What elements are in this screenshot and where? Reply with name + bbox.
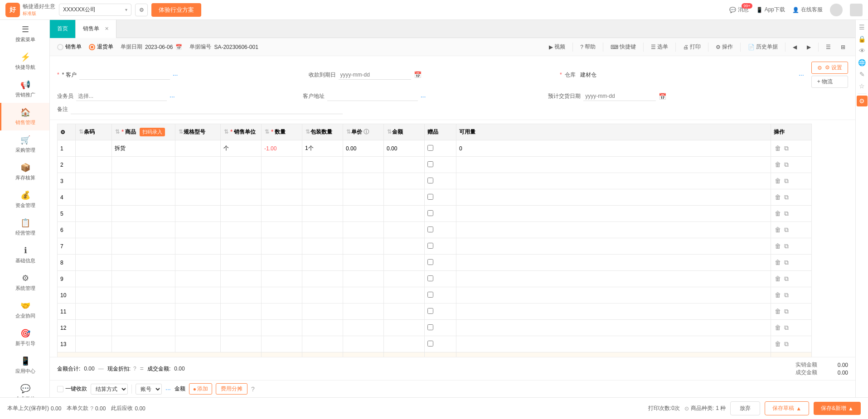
product-input[interactable]: [115, 308, 172, 315]
sidebar-item-wechat[interactable]: 💬 企业微信: [0, 379, 49, 397]
spec-input[interactable]: [178, 145, 218, 152]
select-doc-btn[interactable]: ☰ 选单: [648, 42, 671, 52]
row-barcode[interactable]: [76, 238, 112, 255]
row-quantity[interactable]: [262, 238, 302, 255]
unit-input[interactable]: [223, 162, 258, 168]
unit-price-input[interactable]: [346, 308, 381, 315]
customer-addr-dots-icon[interactable]: ···: [421, 93, 426, 100]
row-amount[interactable]: [384, 255, 425, 271]
row-barcode[interactable]: [76, 222, 112, 238]
single-debt-info-icon[interactable]: ?: [90, 405, 93, 412]
pack-qty-input[interactable]: [305, 178, 340, 184]
unit-input[interactable]: [223, 325, 258, 331]
row-pack-qty[interactable]: [302, 238, 343, 255]
row-quantity[interactable]: [262, 157, 302, 173]
amount-input[interactable]: [387, 341, 422, 347]
row-gift[interactable]: [425, 173, 456, 189]
row-product[interactable]: [112, 336, 175, 352]
row-amount[interactable]: [384, 206, 425, 222]
salesman-input[interactable]: [76, 92, 167, 101]
row-unit[interactable]: [221, 238, 262, 255]
right-panel-edit-icon[interactable]: ✎: [857, 69, 868, 80]
row-gift[interactable]: [425, 157, 456, 173]
copy-row-icon[interactable]: ⧉: [784, 177, 789, 184]
row-gift[interactable]: [425, 189, 456, 206]
unit-input[interactable]: [223, 211, 258, 217]
salesman-dots-icon[interactable]: ···: [170, 93, 175, 100]
add-payment-btn[interactable]: ● 添加: [189, 383, 212, 395]
delete-row-icon[interactable]: 🗑: [775, 193, 781, 201]
barcode-input[interactable]: [78, 211, 109, 217]
row-gift[interactable]: [425, 238, 456, 255]
row-product[interactable]: [112, 271, 175, 287]
amount-input[interactable]: [387, 211, 422, 217]
delete-row-icon[interactable]: 🗑: [775, 291, 781, 299]
unit-price-input[interactable]: [346, 243, 381, 250]
row-amount[interactable]: [384, 238, 425, 255]
row-quantity[interactable]: [262, 222, 302, 238]
sidebar-item-search[interactable]: ☰ 搜索菜单: [0, 20, 49, 48]
sidebar-item-purchase[interactable]: 🛒 采购管理: [0, 130, 49, 158]
barcode-input[interactable]: [78, 194, 109, 201]
row-unit[interactable]: [221, 189, 262, 206]
row-unit[interactable]: [221, 271, 262, 287]
pack-qty-input[interactable]: [305, 243, 340, 250]
row-unit-price[interactable]: [343, 140, 384, 157]
copy-row-icon[interactable]: ⧉: [784, 161, 789, 168]
unit-price-input[interactable]: [346, 211, 381, 217]
video-btn[interactable]: ▶ 视频: [546, 42, 568, 52]
product-input[interactable]: [115, 341, 172, 347]
radio-return[interactable]: 退货单: [89, 43, 113, 51]
pack-qty-input[interactable]: [305, 162, 340, 168]
row-gift[interactable]: [425, 320, 456, 336]
amount-input[interactable]: [387, 260, 422, 266]
row-unit-price[interactable]: [343, 287, 384, 303]
save-draft-btn[interactable]: 保存草稿 ▲: [765, 401, 809, 415]
row-unit-price[interactable]: [343, 238, 384, 255]
radio-sale[interactable]: 销售单: [57, 43, 82, 51]
barcode-input[interactable]: [78, 145, 109, 152]
row-unit[interactable]: [221, 206, 262, 222]
product-input[interactable]: [115, 260, 172, 266]
product-input[interactable]: [115, 227, 172, 233]
row-spec[interactable]: [175, 206, 221, 222]
pack-qty-input[interactable]: [305, 276, 340, 282]
spec-input[interactable]: [178, 227, 218, 233]
unit-input[interactable]: [223, 260, 258, 266]
quantity-input[interactable]: [264, 325, 299, 331]
row-gift[interactable]: [425, 271, 456, 287]
barcode-input[interactable]: [78, 162, 109, 168]
row-amount[interactable]: [384, 140, 425, 157]
operations-btn[interactable]: ⚙ 操作: [713, 42, 736, 52]
unit-price-input[interactable]: [346, 260, 381, 266]
unit-input[interactable]: [223, 178, 258, 184]
price-info-icon[interactable]: ⓘ: [364, 129, 369, 135]
row-quantity[interactable]: [262, 336, 302, 352]
row-product[interactable]: [112, 157, 175, 173]
unit-price-input[interactable]: [346, 162, 381, 168]
pack-qty-input[interactable]: [305, 325, 340, 331]
quantity-input[interactable]: [264, 211, 299, 217]
delete-row-icon[interactable]: 🗑: [775, 340, 781, 347]
row-unit-price[interactable]: [343, 320, 384, 336]
row-barcode[interactable]: [76, 320, 112, 336]
unit-input[interactable]: [223, 308, 258, 315]
account-dots-icon[interactable]: ···: [165, 385, 171, 393]
amount-input[interactable]: [387, 178, 422, 184]
product-input[interactable]: [115, 325, 172, 331]
unit-input[interactable]: [223, 341, 258, 347]
user-avatar[interactable]: [830, 4, 843, 16]
row-barcode[interactable]: [76, 189, 112, 206]
right-panel-lock-icon[interactable]: 🔒: [857, 34, 868, 44]
settings-btn[interactable]: ⚙ ⚙ 设置: [811, 62, 848, 74]
row-spec[interactable]: [175, 140, 221, 157]
barcode-input[interactable]: [78, 341, 109, 347]
gift-checkbox[interactable]: [427, 178, 433, 183]
row-pack-qty[interactable]: [302, 287, 343, 303]
layout-list-btn[interactable]: ☰: [823, 43, 834, 52]
amount-input[interactable]: [387, 325, 422, 331]
amount-input[interactable]: [387, 308, 422, 315]
right-panel-eye-icon[interactable]: 👁: [857, 45, 868, 56]
row-product[interactable]: [112, 189, 175, 206]
right-panel-orange-icon[interactable]: ⚙: [857, 96, 868, 106]
